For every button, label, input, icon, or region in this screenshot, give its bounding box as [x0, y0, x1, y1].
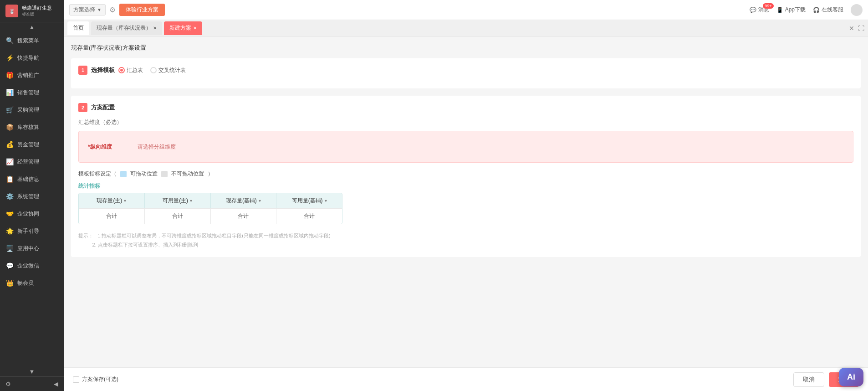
sidebar-item-purchase[interactable]: 🛒 采购管理	[0, 101, 64, 118]
radio-summary[interactable]: 汇总表	[118, 67, 143, 74]
topbar-left: 方案选择 ▼ ⚙ 体验行业方案	[69, 4, 745, 16]
sidebar-item-newbie[interactable]: 🌟 新手引导	[0, 222, 64, 240]
purchase-icon: 🛒	[5, 106, 14, 114]
sidebar-item-cooperation[interactable]: 🤝 企业协同	[0, 205, 64, 222]
member-icon: 👑	[5, 279, 14, 287]
expand-panel-icon[interactable]: ⛶	[858, 25, 864, 32]
stats-table-header: 现存量(主) ▾ 可用量(主) ▾ 现存量(基辅) ▾ 可用量(基辅) ▾	[79, 193, 342, 208]
sales-icon: 📊	[5, 88, 14, 97]
chevron-down-0-icon: ▾	[124, 198, 126, 203]
sidebar-item-marketing[interactable]: 🎁 营销推广	[0, 67, 64, 84]
page-title: 现存量(库存状况表)方案设置	[71, 44, 861, 52]
tab-inventory-close-icon[interactable]: ✕	[153, 26, 157, 31]
col-header-3[interactable]: 可用量(基辅) ▾	[276, 193, 342, 208]
close-panel-icon[interactable]: ✕	[849, 25, 854, 32]
search-nav-icon: 🔍	[5, 36, 14, 45]
template-radio-group: 汇总表 交叉统计表	[118, 67, 186, 74]
bottombar: 方案保存(可选) 取消 查询	[64, 367, 868, 391]
topbar-right: 💬 消息 99+ 📱 App下载 🎧 在线客服	[750, 4, 863, 16]
dimension-area[interactable]: *纵向维度 —— 请选择分组维度	[78, 131, 853, 163]
cell-0: 合计	[79, 209, 145, 224]
movable-badge	[120, 171, 127, 177]
stats-table: 现存量(主) ▾ 可用量(主) ▾ 现存量(基辅) ▾ 可用量(基辅) ▾	[78, 193, 342, 224]
user-avatar[interactable]	[851, 4, 863, 16]
sidebar-item-quicknav[interactable]: ⚡ 快捷导航	[0, 49, 64, 67]
step1-label: 选择模板	[91, 66, 115, 74]
radio-cross[interactable]: 交叉统计表	[150, 67, 186, 74]
sidebar-item-finance[interactable]: 💰 资金管理	[0, 136, 64, 153]
sidebar-item-sales[interactable]: 📊 销售管理	[0, 84, 64, 101]
logo-icon: 🐰	[5, 5, 18, 17]
finance-icon: 💰	[5, 140, 14, 149]
sidebar-item-inventory[interactable]: 📦 库存核算	[0, 118, 64, 136]
content-area: 现存量(库存状况表)方案设置 1 选择模板 汇总表 交叉统计表	[64, 36, 868, 367]
col-header-1[interactable]: 可用量(主) ▾	[145, 193, 211, 208]
chevron-down-3-icon: ▾	[325, 198, 327, 203]
sidebar-logo: 🐰 畅康通好生意 标准版	[0, 0, 64, 22]
sidebar-item-system[interactable]: ⚙️ 系统管理	[0, 188, 64, 205]
tip-2: 2. 点击标题栏下拉可设置排序、插入列和删除列	[78, 241, 853, 250]
chevron-down-icon: ▼	[97, 7, 102, 12]
chevron-down-1-icon: ▾	[190, 198, 192, 203]
col-header-0[interactable]: 现存量(主) ▾	[79, 193, 145, 208]
main-area: 方案选择 ▼ ⚙ 体验行业方案 💬 消息 99+ 📱 App下载 🎧 在线客服	[64, 0, 868, 391]
industry-btn[interactable]: 体验行业方案	[119, 4, 165, 16]
topbar: 方案选择 ▼ ⚙ 体验行业方案 💬 消息 99+ 📱 App下载 🎧 在线客服	[64, 0, 868, 20]
indicator-settings: 模板指标设定（ 可拖动位置 不可拖动位置 ）	[78, 170, 853, 178]
system-icon: ⚙️	[5, 192, 14, 201]
sidebar-item-wechat[interactable]: 💬 企业微信	[0, 257, 64, 274]
step2-label: 方案配置	[91, 103, 115, 112]
cell-3: 合计	[276, 209, 342, 224]
sidebar-item-search[interactable]: 🔍 搜索菜单	[0, 32, 64, 49]
sidebar-item-base-info[interactable]: 📋 基础信息	[0, 170, 64, 188]
quicknav-icon: ⚡	[5, 54, 14, 62]
headset-icon: 🎧	[813, 7, 820, 13]
sidebar-scroll-up[interactable]: ▲	[0, 22, 64, 32]
step1-header: 1 选择模板 汇总表 交叉统计表	[78, 66, 853, 75]
app-download-button[interactable]: 📱 App下载	[776, 6, 806, 14]
step1-panel: 1 选择模板 汇总表 交叉统计表	[71, 58, 861, 88]
marketing-icon: 🎁	[5, 71, 14, 79]
online-service-button[interactable]: 🎧 在线客服	[813, 6, 843, 14]
settings-footer-icon[interactable]: ⚙	[5, 381, 11, 387]
cooperation-icon: 🤝	[5, 210, 14, 218]
inventory-icon: 📦	[5, 123, 14, 131]
tab-inventory-status[interactable]: 现存量（库存状况表） ✕	[91, 21, 162, 35]
radio-summary-circle	[118, 67, 125, 73]
avatar-img	[851, 4, 863, 16]
message-button[interactable]: 💬 消息 99+	[750, 6, 769, 14]
chevron-down-2-icon: ▾	[259, 198, 261, 203]
message-icon: 💬	[750, 7, 756, 13]
business-icon: 📈	[5, 158, 14, 166]
sidebar-item-apps[interactable]: 🖥️ 应用中心	[0, 240, 64, 257]
radio-cross-circle	[150, 67, 157, 73]
ai-float-button[interactable]: Ai	[839, 368, 863, 386]
sidebar-nav: 🔍 搜索菜单 ⚡ 快捷导航 🎁 营销推广 📊 销售管理 🛒 采购管理 📦 库存核…	[0, 32, 64, 367]
logo-text: 畅康通好生意 标准版	[22, 5, 52, 17]
gear-icon[interactable]: ⚙	[109, 5, 116, 14]
mobile-icon: 📱	[776, 7, 783, 13]
cancel-button[interactable]: 取消	[793, 372, 824, 387]
apps-icon: 🖥️	[5, 244, 14, 252]
step2-badge: 2	[78, 103, 87, 112]
tip-1: 提示： 1.拖动标题栏可以调整布局，不可跨维度或指标区域拖动栏目字段(只能在同一…	[78, 232, 853, 241]
sidebar-scroll-down[interactable]: ▼	[0, 367, 64, 376]
scheme-selector[interactable]: 方案选择 ▼	[69, 4, 106, 15]
dimension-sub-label: 汇总维度（必选）	[78, 118, 853, 126]
step2-header: 2 方案配置	[78, 103, 853, 112]
tab-new-scheme[interactable]: 新建方案 ✕	[164, 21, 202, 35]
collapse-footer-icon[interactable]: ◀	[54, 381, 58, 387]
newbie-icon: 🌟	[5, 227, 14, 235]
step2-panel: 2 方案配置 汇总维度（必选） *纵向维度 —— 请选择分组维度 模板指标设定（…	[71, 96, 861, 257]
sidebar-footer: ⚙ ◀	[0, 376, 64, 391]
tab-new-scheme-close-icon[interactable]: ✕	[193, 26, 197, 31]
cell-2: 合计	[211, 209, 277, 224]
sidebar-item-business[interactable]: 📈 经营管理	[0, 153, 64, 170]
tips-section: 提示： 1.拖动标题栏可以调整布局，不可跨维度或指标区域拖动栏目字段(只能在同一…	[78, 232, 853, 250]
fixed-badge	[161, 171, 168, 177]
col-header-2[interactable]: 现存量(基辅) ▾	[211, 193, 277, 208]
save-checkbox[interactable]: 方案保存(可选)	[73, 376, 118, 383]
sidebar-item-member[interactable]: 👑 畅会员	[0, 274, 64, 292]
dimension-placeholder: *纵向维度 —— 请选择分组维度	[88, 143, 176, 151]
tab-home[interactable]: 首页	[67, 21, 89, 35]
